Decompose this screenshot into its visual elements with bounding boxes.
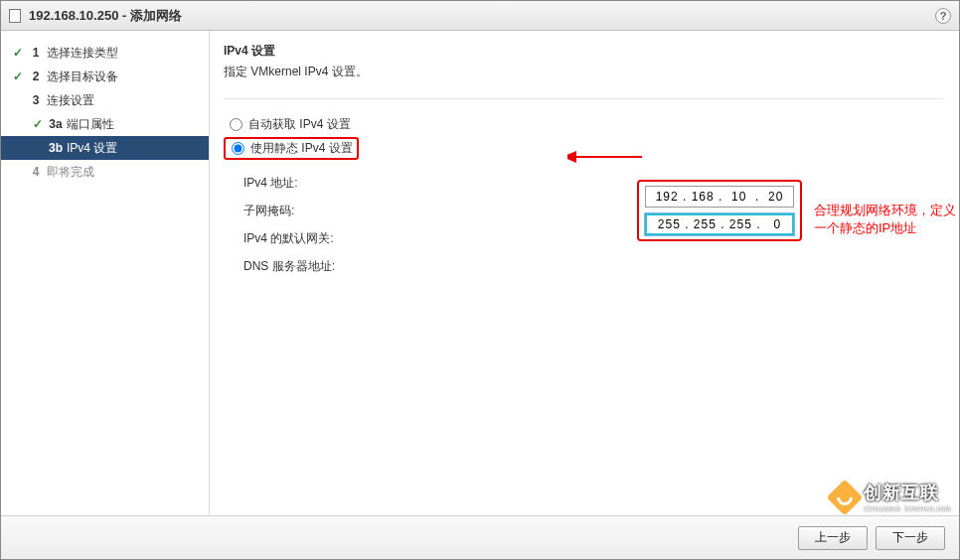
- check-icon: ✓: [11, 46, 25, 60]
- page-description: 指定 VMkernel IPv4 设置。: [224, 64, 943, 80]
- annotation-text: 合理规划网络环境，定义一个静态的IP地址: [814, 202, 959, 237]
- radio-auto[interactable]: [230, 118, 242, 131]
- label-dns: DNS 服务器地址:: [224, 258, 383, 275]
- input-ipv4-address[interactable]: [645, 186, 794, 208]
- radio-static-row[interactable]: 使用静态 IPv4 设置: [224, 137, 943, 159]
- input-subnet-mask[interactable]: [645, 213, 794, 235]
- window-title: 192.168.10.250 - 添加网络: [29, 7, 182, 25]
- footer: 上一步 下一步: [1, 515, 959, 559]
- wizard-window: 192.168.10.250 - 添加网络 ? ✓ 1 选择连接类型 ✓ 2 选…: [0, 0, 960, 560]
- check-icon: ✓: [11, 70, 25, 83]
- step-3a[interactable]: ✓ 3a 端口属性: [1, 112, 209, 136]
- radio-auto-row[interactable]: 自动获取 IPv4 设置: [228, 113, 943, 135]
- help-icon[interactable]: ?: [935, 8, 951, 24]
- radio-auto-label: 自动获取 IPv4 设置: [248, 116, 351, 133]
- sidebar: ✓ 1 选择连接类型 ✓ 2 选择目标设备 3 连接设置 ✓ 3a 端口属性: [1, 31, 210, 515]
- radio-static-label: 使用静态 IPv4 设置: [250, 140, 353, 157]
- next-button[interactable]: 下一步: [876, 526, 945, 550]
- step-4[interactable]: 4 即将完成: [1, 160, 209, 184]
- label-ip: IPv4 地址:: [224, 175, 383, 192]
- titlebar: 192.168.10.250 - 添加网络 ?: [1, 1, 959, 31]
- back-button[interactable]: 上一步: [798, 526, 868, 550]
- radio-static[interactable]: [232, 142, 244, 155]
- content-pane: IPv4 设置 指定 VMkernel IPv4 设置。 自动获取 IPv4 设…: [210, 31, 959, 515]
- wizard-body: ✓ 1 选择连接类型 ✓ 2 选择目标设备 3 连接设置 ✓ 3a 端口属性: [1, 31, 959, 515]
- highlight-ip-boxes: [637, 180, 802, 241]
- label-gw: IPv4 的默认网关:: [224, 230, 383, 247]
- step-3b[interactable]: 3b IPv4 设置: [1, 136, 209, 160]
- window-icon: [9, 9, 21, 23]
- highlight-static-option: 使用静态 IPv4 设置: [224, 137, 359, 160]
- step-2[interactable]: ✓ 2 选择目标设备: [1, 65, 209, 88]
- step-3[interactable]: 3 连接设置: [1, 88, 209, 112]
- row-dns: DNS 服务器地址:: [224, 252, 943, 280]
- row-ip: IPv4 地址:: [224, 169, 943, 197]
- step-1[interactable]: ✓ 1 选择连接类型: [1, 41, 209, 65]
- label-mask: 子网掩码:: [224, 203, 383, 219]
- page-title: IPv4 设置: [224, 43, 943, 60]
- divider: [224, 98, 943, 99]
- check-icon: ✓: [31, 117, 45, 131]
